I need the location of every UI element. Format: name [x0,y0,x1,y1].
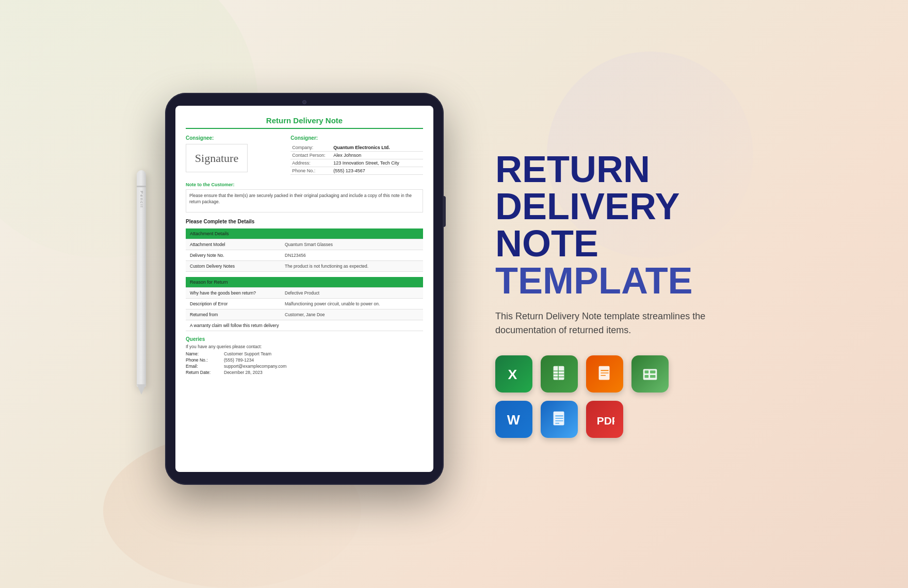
attachment-model-value: Quantum Smart Glasses [281,239,423,250]
query-phone-row: Phone No.: (555) 789-1234 [186,357,423,363]
consigner-row-phone: Phone No.: (555) 123-4567 [290,167,423,175]
reason-warranty-text: A warranty claim will follow this return… [186,320,423,331]
consigner-address-value: 123 Innovation Street, Tech City [332,159,423,167]
reason-error-row: Description of Error Malfunctioning powe… [186,299,423,309]
queries-section: Queries If you have any queries please c… [186,336,423,375]
svg-rect-13 [645,374,649,378]
query-email-row: Email: support@examplecompany.com [186,364,423,369]
word-icon[interactable]: W [495,401,532,438]
svg-rect-1 [554,366,564,380]
reason-error-value: Malfunctioning power circuit, unable to … [281,299,423,309]
pdf-icon[interactable]: PDF [586,401,623,438]
query-email-label: Email: [186,364,222,369]
query-name-row: Name: Customer Support Team [186,351,423,356]
svg-text:W: W [507,412,521,427]
attachment-header-row: Attachment Details [186,228,423,239]
parties-section: Consignee: Signature Consigner: Company:… [186,135,423,175]
main-title: RETURN DELIVERY NOTE TEMPLATE [495,151,743,299]
consigner-phone-label: Phone No.: [290,167,332,175]
reason-header-row: Reason for Return [186,277,423,288]
consigner-address-label: Address: [290,159,332,167]
complete-details-label: Please Complete the Details [186,219,423,224]
signature-box: Signature [186,144,248,172]
consigner-company-label: Company: [290,144,332,152]
svg-text:X: X [508,366,517,382]
note-label: Note to the Customer: [186,182,423,187]
reason-returned-row: Returned from Customer, Jane Doe [186,309,423,320]
reason-warranty-row: A warranty claim will follow this return… [186,320,423,331]
query-email-value: support@examplecompany.com [224,364,286,369]
tablet-wrapper: Pencil Return Delivery Note Consignee: S… [165,93,454,495]
title-line-1: RETURN [495,151,743,188]
reason-why-label: Why have the goods been return? [186,288,281,299]
consignee-label: Consignee: [186,135,280,141]
consigner-row-contact: Contact Person: Alex Johnson [290,152,423,159]
attachment-header: Attachment Details [186,228,423,239]
consigner-table: Company: Quantum Electronics Ltd. Contac… [290,144,423,175]
title-line-2: DELIVERY [495,188,743,225]
reason-returned-value: Customer, Jane Doe [281,309,423,320]
custom-notes-label: Custom Delivery Notes [186,261,281,272]
pages-icon[interactable] [586,355,623,393]
svg-rect-12 [650,370,655,373]
apple-pencil: Pencil [137,170,146,387]
reason-why-row: Why have the goods been return? Defectiv… [186,288,423,299]
tablet-camera [302,100,306,104]
svg-rect-14 [650,374,655,378]
consigner-phone-value: (555) 123-4567 [332,167,423,175]
attachment-model-label: Attachment Model [186,239,281,250]
queries-intro: If you have any queries please contact: [186,344,423,349]
consigner-company-value: Quantum Electronics Ltd. [332,144,423,152]
reason-header: Reason for Return [186,277,423,288]
app-icons-grid: X [495,355,743,438]
query-phone-value: (555) 789-1234 [224,357,254,363]
reason-why-value: Defective Product [281,288,423,299]
svg-rect-11 [645,370,649,373]
document-title: Return Delivery Note [186,116,423,129]
delivery-note-row: Delivery Note No. DN123456 [186,250,423,261]
pencil-label: Pencil [139,191,144,208]
note-section: Note to the Customer: Please ensure that… [186,182,423,213]
icons-row-1: X [495,355,743,393]
reason-error-label: Description of Error [186,299,281,309]
numbers-icon[interactable] [631,355,669,393]
delivery-note-value: DN123456 [281,250,423,261]
query-date-value: December 28, 2023 [224,370,263,375]
attachment-model-row: Attachment Model Quantum Smart Glasses [186,239,423,250]
tablet-side-button [444,196,446,227]
note-text: Please ensure that the item(s) are secur… [186,189,423,213]
right-panel: RETURN DELIVERY NOTE TEMPLATE This Retur… [495,151,743,438]
reason-table: Reason for Return Why have the goods bee… [186,277,423,331]
tablet-screen[interactable]: Return Delivery Note Consignee: Signatur… [175,106,433,472]
consigner-row-address: Address: 123 Innovation Street, Tech Cit… [290,159,423,167]
delivery-note-label: Delivery Note No. [186,250,281,261]
queries-label: Queries [186,336,423,342]
signature-text: Signature [195,152,238,165]
main-container: Pencil Return Delivery Note Consignee: S… [165,93,743,495]
consignee-section: Consignee: Signature [186,135,280,175]
consigner-row-company: Company: Quantum Electronics Ltd. [290,144,423,152]
query-date-label: Return Date: [186,370,222,375]
custom-notes-row: Custom Delivery Notes The product is not… [186,261,423,272]
gdocs-icon[interactable] [541,401,578,438]
title-line-4: TEMPLATE [495,262,743,299]
gsheets-icon[interactable] [541,355,578,393]
title-line-3: NOTE [495,225,743,262]
attachment-table: Attachment Details Attachment Model Quan… [186,228,423,272]
consigner-label: Consigner: [290,135,423,141]
description-text: This Return Delivery Note template strea… [495,309,743,337]
excel-icon[interactable]: X [495,355,532,393]
query-name-value: Customer Support Team [224,351,271,356]
custom-notes-value: The product is not functioning as expect… [281,261,423,272]
consigner-section: Consigner: Company: Quantum Electronics … [290,135,423,175]
reason-returned-label: Returned from [186,309,281,320]
consigner-contact-value: Alex Johnson [332,152,423,159]
svg-text:PDF: PDF [597,414,614,426]
query-phone-label: Phone No.: [186,357,222,363]
tablet-body: Return Delivery Note Consignee: Signatur… [165,93,444,485]
consigner-contact-label: Contact Person: [290,152,332,159]
query-name-label: Name: [186,351,222,356]
icons-row-2: W PDF [495,401,743,438]
query-date-row: Return Date: December 28, 2023 [186,370,423,375]
pencil-band [137,186,146,187]
